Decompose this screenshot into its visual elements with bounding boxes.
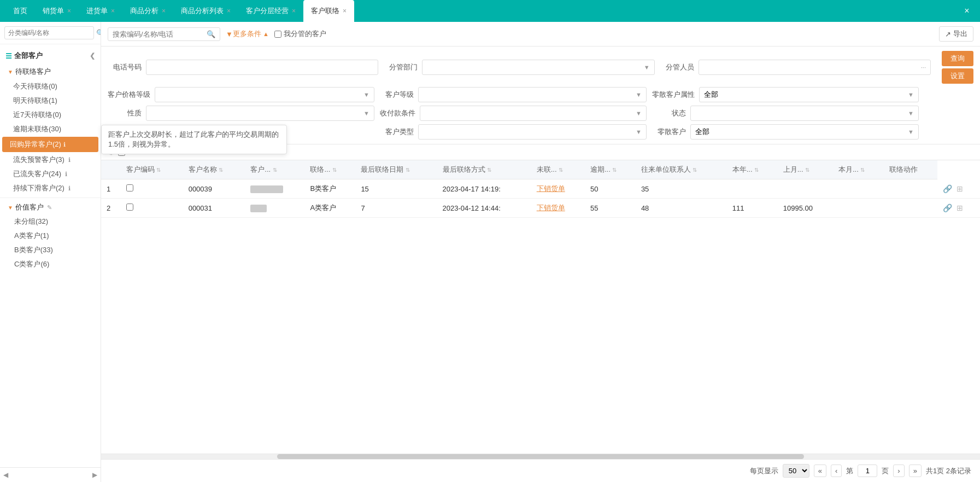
scrollbar-thumb[interactable] bbox=[277, 454, 805, 459]
payment-select[interactable]: ▼ bbox=[420, 106, 647, 121]
sort-overdue-icon[interactable]: ⇅ bbox=[612, 167, 617, 173]
sidebar-item-class-c[interactable]: C类客户(6) bbox=[0, 257, 101, 271]
sort-last-month-icon[interactable]: ⇅ bbox=[805, 167, 809, 173]
sort-name-icon[interactable]: ⇅ bbox=[219, 167, 223, 173]
close-product-analysis[interactable]: × bbox=[162, 7, 166, 15]
sidebar-all-customers[interactable]: ☰ 全部客户 ❮ bbox=[0, 48, 101, 64]
first-page-button[interactable]: « bbox=[814, 464, 826, 477]
sort-method-icon[interactable]: ⇅ bbox=[487, 167, 491, 173]
col-last-contact-method[interactable]: 最后联络方式 ⇅ bbox=[437, 160, 531, 179]
horizontal-scrollbar[interactable] bbox=[101, 454, 980, 459]
row2-grid-icon[interactable]: ⊞ bbox=[956, 204, 963, 212]
search-icon[interactable]: 🔍 bbox=[207, 30, 215, 38]
department-select[interactable]: ▼ bbox=[422, 60, 654, 75]
sidebar-pending-group[interactable]: ▼ 待联络客户 bbox=[0, 64, 101, 79]
sidebar-item-declining[interactable]: 持续下滑客户(2) ℹ bbox=[0, 181, 101, 195]
sort-this-year-icon[interactable]: ⇅ bbox=[754, 167, 759, 173]
close-customer-contact[interactable]: × bbox=[343, 7, 347, 15]
sidebar-search-icon[interactable]: 🔍 bbox=[96, 29, 101, 37]
nav-customer-contact[interactable]: 客户联络 × bbox=[303, 0, 354, 22]
sort-code-icon[interactable]: ⇅ bbox=[156, 167, 161, 173]
col-name[interactable]: 客户名称 ⇅ bbox=[183, 160, 245, 179]
customer-type-caret-icon: ▼ bbox=[636, 129, 642, 135]
sort-contact-icon[interactable]: ⇅ bbox=[332, 167, 337, 173]
prev-page-button[interactable]: ‹ bbox=[831, 464, 842, 477]
nav-purchase-order[interactable]: 进货单 × bbox=[79, 0, 122, 22]
sort-date-icon[interactable]: ⇅ bbox=[406, 167, 410, 173]
nav-product-analysis-list[interactable]: 商品分析列表 × bbox=[173, 0, 238, 22]
col-last-contact-date[interactable]: 最后联络日期 ⇅ bbox=[355, 160, 437, 179]
status-select[interactable]: ▼ bbox=[690, 106, 919, 121]
col-contact-count[interactable]: 联络... ⇅ bbox=[304, 160, 355, 179]
retail-customer-select[interactable]: 全部 ▼ bbox=[690, 124, 919, 140]
sort-this-month-icon[interactable]: ⇅ bbox=[860, 167, 865, 173]
sidebar-item-today[interactable]: 今天待联络(0) bbox=[0, 79, 101, 94]
window-close-button[interactable]: × bbox=[959, 3, 975, 19]
nav-sales-order[interactable]: 销货单 × bbox=[35, 0, 79, 22]
price-level-select[interactable]: ▼ bbox=[155, 87, 374, 102]
row2-select-checkbox[interactable] bbox=[126, 204, 133, 211]
nav-home[interactable]: 首页 bbox=[5, 0, 35, 22]
col-contacts[interactable]: 往来单位联系人 ⇅ bbox=[636, 160, 727, 179]
sidebar-item-churn-warning[interactable]: 流失预警客户(3) ℹ bbox=[0, 153, 101, 167]
sidebar-item-repurchase-anomaly[interactable]: 回购异常客户(2) ℹ bbox=[2, 137, 98, 152]
close-product-analysis-list[interactable]: × bbox=[227, 7, 231, 15]
repurchase-anomaly-info-icon[interactable]: ℹ bbox=[63, 141, 66, 148]
row1-grid-icon[interactable]: ⊞ bbox=[956, 184, 963, 193]
sidebar-item-overdue[interactable]: 逾期未联络(30) bbox=[0, 122, 101, 136]
page-input[interactable] bbox=[858, 464, 877, 477]
sidebar-collapse-btn[interactable]: ❮ bbox=[90, 52, 95, 60]
sidebar-item-ungrouped[interactable]: 未分组(32) bbox=[0, 214, 101, 229]
search-input[interactable] bbox=[113, 30, 204, 38]
sidebar-item-churned[interactable]: 已流失客户(24) ℹ bbox=[0, 167, 101, 181]
col-last-month[interactable]: 上月... ⇅ bbox=[778, 160, 833, 179]
col-customer-type[interactable]: 客户... ⇅ bbox=[245, 160, 304, 179]
sort-contacts-icon[interactable]: ⇅ bbox=[693, 167, 697, 173]
tooltip-box: 距客户上次交易时长，超过了此客户的平均交易周期的1.5倍，则视为异常。 bbox=[101, 125, 287, 154]
value-group-edit-icon[interactable]: ✎ bbox=[47, 204, 52, 211]
close-customer-segmentation[interactable]: × bbox=[292, 7, 296, 15]
last-page-button[interactable]: » bbox=[909, 464, 922, 477]
sort-not-contacted-icon[interactable]: ⇅ bbox=[559, 167, 563, 173]
settings-button[interactable]: 设置 bbox=[942, 68, 973, 84]
col-this-month[interactable]: 本月... ⇅ bbox=[833, 160, 884, 179]
close-purchase-order[interactable]: × bbox=[111, 7, 115, 15]
next-page-button[interactable]: › bbox=[893, 464, 904, 477]
phone-field: 电话号码 bbox=[108, 60, 378, 75]
sort-type-icon[interactable]: ⇅ bbox=[273, 167, 277, 173]
page-size-select[interactable]: 50 bbox=[783, 464, 809, 478]
sidebar-item-7days[interactable]: 近7天待联络(0) bbox=[0, 108, 101, 122]
retail-customer-field: 零散客户 全部 ▼ bbox=[652, 124, 919, 140]
row1-contact-method-link[interactable]: 下销货单 bbox=[537, 184, 565, 193]
sidebar-item-tomorrow[interactable]: 明天待联络(1) bbox=[0, 94, 101, 108]
col-code[interactable]: 客户编码 ⇅ bbox=[121, 160, 183, 179]
sidebar-item-class-b[interactable]: B类客户(33) bbox=[0, 243, 101, 257]
row2-contact-method-link[interactable]: 下销货单 bbox=[537, 204, 565, 212]
customer-grade-select[interactable]: ▼ bbox=[418, 87, 647, 102]
my-customers-checkbox[interactable] bbox=[274, 31, 281, 38]
close-sales-order[interactable]: × bbox=[67, 7, 71, 15]
sidebar-expand-right-icon[interactable]: ▶ bbox=[92, 471, 97, 479]
row1-link-icon[interactable]: 🔗 bbox=[943, 184, 952, 193]
sidebar-item-class-a[interactable]: A类客户(1) bbox=[0, 229, 101, 243]
nature-select[interactable]: ▼ bbox=[146, 106, 374, 121]
more-conditions-btn[interactable]: ▼ 更多条件 ▲ bbox=[226, 29, 269, 39]
row1-select-checkbox[interactable] bbox=[126, 184, 133, 191]
col-overdue[interactable]: 逾期... ⇅ bbox=[585, 160, 636, 179]
sidebar-search-input[interactable] bbox=[4, 26, 94, 39]
query-button[interactable]: 查询 bbox=[942, 51, 973, 66]
sidebar-expand-left-icon[interactable]: ◀ bbox=[3, 471, 8, 479]
nav-customer-segmentation[interactable]: 客户分层经营 × bbox=[238, 0, 303, 22]
phone-input[interactable] bbox=[146, 60, 378, 75]
retail-attr-select[interactable]: 全部 ▼ bbox=[699, 87, 919, 102]
manager-select[interactable]: ··· bbox=[699, 60, 931, 75]
row2-link-icon[interactable]: 🔗 bbox=[943, 204, 952, 212]
sidebar-value-group[interactable]: ▼ 价值客户 ✎ bbox=[0, 200, 101, 214]
filter-bar: 🔍 ▼ 更多条件 ▲ 我分管的客户 ↗ 导出 bbox=[101, 22, 980, 47]
nav-product-analysis[interactable]: 商品分析 × bbox=[122, 0, 173, 22]
export-button[interactable]: ↗ 导出 bbox=[939, 26, 973, 42]
col-this-year[interactable]: 本年... ⇅ bbox=[727, 160, 778, 179]
col-num bbox=[101, 160, 121, 179]
col-not-contacted[interactable]: 未联... ⇅ bbox=[531, 160, 585, 179]
customer-type-select[interactable]: ▼ bbox=[418, 124, 647, 140]
